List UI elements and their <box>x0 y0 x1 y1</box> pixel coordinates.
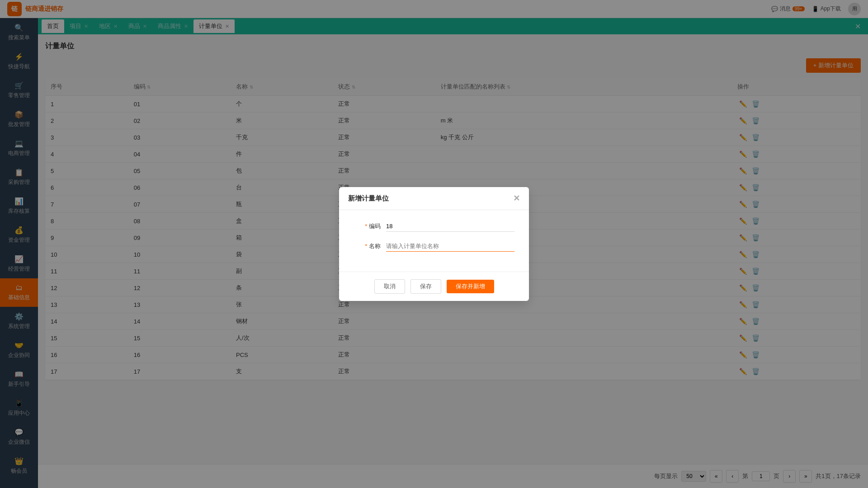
name-input[interactable] <box>386 241 514 252</box>
save-new-button[interactable]: 保存并新增 <box>447 280 494 293</box>
code-input[interactable] <box>386 221 514 232</box>
code-label: 编码 <box>354 222 381 230</box>
modal-title: 新增计量单位 <box>348 194 389 203</box>
modal-close-btn[interactable]: ✕ <box>513 193 520 203</box>
form-item-name: 名称 <box>354 241 514 252</box>
save-button[interactable]: 保存 <box>410 279 441 294</box>
form-item-code: 编码 <box>354 221 514 232</box>
modal-header: 新增计量单位 ✕ <box>339 187 529 210</box>
name-label: 名称 <box>354 242 381 250</box>
modal-body: 编码 名称 <box>339 210 529 272</box>
modal-overlay: 新增计量单位 ✕ 编码 名称 取消 保存 保存并新增 <box>0 0 868 488</box>
add-unit-modal: 新增计量单位 ✕ 编码 名称 取消 保存 保存并新增 <box>339 187 529 301</box>
modal-footer: 取消 保存 保存并新增 <box>339 272 529 301</box>
cancel-button[interactable]: 取消 <box>374 279 405 294</box>
